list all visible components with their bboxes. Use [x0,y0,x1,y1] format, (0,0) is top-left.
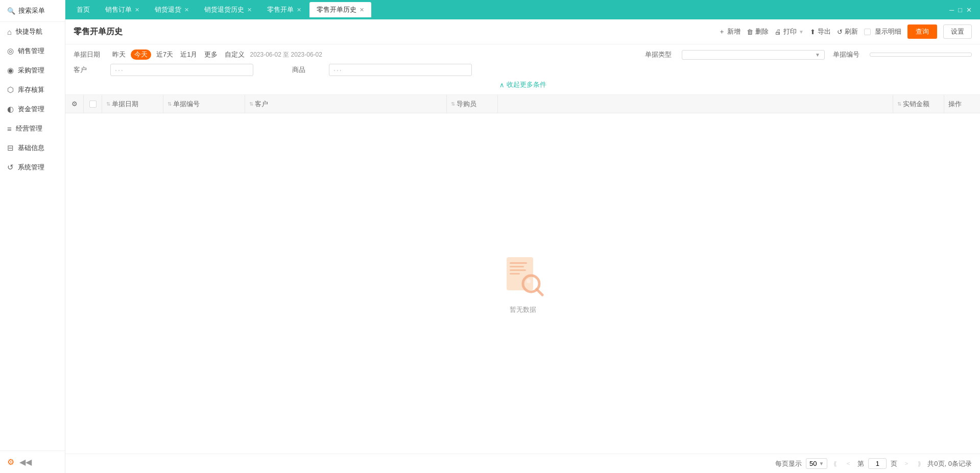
refresh-icon: ↺ [837,28,843,36]
select-all-checkbox[interactable] [89,101,97,108]
date-opt-1month[interactable]: 近1月 [178,49,199,60]
tab-retail-open[interactable]: 零售开单 ✕ [260,2,308,17]
date-opt-more[interactable]: 更多 [202,49,220,60]
th-amount-label: 实销金额 [903,99,929,109]
collapse-filter-button[interactable]: ∧ 收起更多条件 [74,80,972,89]
th-date[interactable]: ⇅ 单据日期 [102,95,163,113]
tab-sales-return[interactable]: 销货退货 ✕ [148,2,196,17]
goods-input-dots: ··· [333,66,343,74]
empty-illustration [497,253,548,299]
sort-icon: ⇅ [168,101,172,107]
add-icon: ＋ [719,27,725,36]
basic-icon: ⊟ [7,143,14,153]
type-label: 单据类型 [645,50,674,59]
table-area: ⚙ ⇅ 单据日期 ⇅ 单据编号 ⇅ 客户 ⇅ [65,95,980,454]
th-spacer [498,95,893,113]
date-opt-today[interactable]: 今天 [131,49,151,60]
search-icon: 🔍 [7,7,15,15]
prev-page-button[interactable]: ＜ [843,458,853,469]
tab-home[interactable]: 首页 [69,2,97,17]
th-guide[interactable]: ⇅ 导购员 [447,95,498,113]
date-opt-custom[interactable]: 自定义 [223,49,247,60]
sidebar-item-label: 采购管理 [18,66,44,75]
sales-icon: ◎ [7,46,14,56]
page-word: 第 [857,459,864,468]
page-size-value: 50 [809,460,817,467]
next-page-button[interactable]: ＞ [901,458,912,469]
collapse-sidebar-button[interactable]: ◀◀ [19,457,32,467]
last-page-button[interactable]: ⟫ [916,459,923,468]
sidebar-item-finance[interactable]: ◐ 资金管理 [0,99,65,119]
sidebar-search-label: 搜索采单 [18,6,45,15]
sidebar-item-sales-mgmt[interactable]: ◎ 销售管理 [0,41,65,61]
sidebar-item-sys-mgmt[interactable]: ↺ 系统管理 [0,158,65,177]
purchase-icon: ◉ [7,66,14,75]
tab-close-icon[interactable]: ✕ [184,7,189,13]
close-button[interactable]: ✕ [966,6,972,14]
th-customer[interactable]: ⇅ 客户 [245,95,447,113]
checkbox-icon [864,29,871,35]
date-opt-yesterday[interactable]: 昨天 [110,49,128,60]
sidebar-item-basic-info[interactable]: ⊟ 基础信息 [0,138,65,158]
th-date-label: 单据日期 [112,99,138,109]
show-detail-checkbox[interactable]: 显示明细 [864,27,901,36]
chevron-down-icon: ▼ [815,52,820,58]
print-button[interactable]: 🖨 打印 ▼ [775,27,804,36]
sidebar-item-quick-nav[interactable]: ⌂ 快捷导航 [0,22,65,41]
svg-line-6 [537,289,542,295]
num-input[interactable] [870,53,972,57]
customer-input[interactable]: ··· [110,64,253,76]
sidebar-item-inventory[interactable]: ⬡ 库存核算 [0,80,65,99]
sort-icon: ⇅ [451,101,455,107]
tab-home-label: 首页 [77,5,90,14]
tab-close-icon[interactable]: ✕ [297,7,301,13]
th-customer-label: 客户 [255,99,268,109]
table-body: 暂无数据 [65,113,980,454]
query-button[interactable]: 查询 [907,24,937,39]
tab-sales-order-label: 销售订单 [105,5,132,14]
settings-button[interactable]: 设置 [943,24,972,39]
sort-icon: ⇅ [249,101,253,107]
sidebar-search[interactable]: 🔍 搜索采单 [0,0,65,22]
th-settings[interactable]: ⚙ [65,95,84,113]
th-check[interactable] [84,95,102,113]
sidebar-item-label: 资金管理 [18,105,44,114]
print-icon: 🖨 [775,28,781,36]
goods-input[interactable]: ··· [329,64,472,76]
th-num[interactable]: ⇅ 单据编号 [163,95,245,113]
tab-close-icon[interactable]: ✕ [360,7,364,13]
tab-sales-order[interactable]: 销售订单 ✕ [98,2,147,17]
refresh-button[interactable]: ↺ 刷新 [837,27,858,36]
settings-icon: ⚙ [71,100,78,108]
page-size-select[interactable]: 50 ▼ [806,458,827,469]
type-select[interactable]: ▼ [682,50,825,60]
date-options: 昨天 今天 近7天 近1月 更多 自定义 2023-06-02 至 2023-0… [110,49,322,60]
tab-close-icon[interactable]: ✕ [135,7,139,13]
page-content: 零售开单历史 ＋ 新增 🗑 删除 🖨 打印 ▼ ⬆ 导出 [65,19,980,473]
th-guide-label: 导购员 [457,99,476,109]
minimize-button[interactable]: ─ [949,6,954,14]
per-page-label: 每页显示 [775,459,802,468]
delete-button[interactable]: 🗑 删除 [747,27,769,36]
first-page-button[interactable]: ⟪ [831,459,839,468]
gear-button[interactable]: ⚙ [7,457,14,467]
page-size-arrow-icon: ▼ [819,461,824,466]
tab-sales-return-history[interactable]: 销货退货历史 ✕ [197,2,259,17]
sidebar-item-purchase-mgmt[interactable]: ◉ 采购管理 [0,61,65,80]
add-button[interactable]: ＋ 新增 [719,27,740,36]
page-label: 页 [891,459,897,468]
show-detail-label: 显示明细 [875,27,901,36]
date-opt-7days[interactable]: 近7天 [154,49,175,60]
th-amount[interactable]: ⇅ 实销金额 [893,95,944,113]
page-number-input[interactable] [868,458,887,469]
sidebar-item-operations[interactable]: ≡ 经营管理 [0,119,65,138]
svg-rect-4 [510,273,520,275]
finance-icon: ◐ [7,105,14,114]
sys-icon: ↺ [7,163,14,172]
maximize-button[interactable]: □ [958,6,962,14]
export-button[interactable]: ⬆ 导出 [810,27,831,36]
empty-text: 暂无数据 [510,305,536,314]
tab-close-icon[interactable]: ✕ [247,7,252,13]
tab-sales-return-label: 销货退货 [155,5,181,14]
tab-retail-history[interactable]: 零售开单历史 ✕ [309,2,371,17]
